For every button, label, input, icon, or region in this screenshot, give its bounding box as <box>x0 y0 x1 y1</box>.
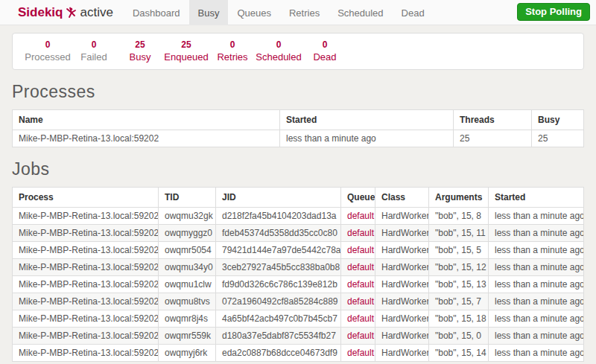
job-queue-cell: default <box>341 310 375 327</box>
nav-item: Retries <box>280 0 329 25</box>
stat-item[interactable]: 0 Processed <box>25 39 71 64</box>
stat-item[interactable]: 0 Failed <box>71 39 117 64</box>
job-tid-cell: owqmu1clw <box>159 275 216 293</box>
job-arguments-cell: "bob", 15, 5 <box>429 241 489 258</box>
col-header-queue: Queue <box>341 187 375 207</box>
job-jid-cell: eda2c0887b68dcce04673df9 <box>216 344 341 361</box>
job-row: Mike-P-MBP-Retina-13.local:59202 owqmr50… <box>13 241 584 258</box>
job-queue-cell: default <box>341 224 375 241</box>
job-row: Mike-P-MBP-Retina-13.local:59202 owqmyj6… <box>13 344 584 361</box>
col-header-threads: Threads <box>454 109 532 130</box>
job-tid-cell: owqmu34y0 <box>159 258 216 275</box>
job-row: Mike-P-MBP-Retina-13.local:59202 owqmu8t… <box>13 293 584 310</box>
processes-header-row: Name Started Threads Busy <box>13 109 584 130</box>
queue-link[interactable]: default <box>347 245 374 255</box>
job-tid-cell: owqmr8j4s <box>159 310 216 327</box>
stat-item[interactable]: 0 Retries <box>209 39 256 64</box>
nav-link[interactable]: Dashboard <box>124 0 189 25</box>
col-header-busy: Busy <box>532 109 584 130</box>
brand-name: Sidekiq <box>18 5 63 20</box>
job-started-cell: less than a minute ago <box>489 224 584 241</box>
processes-heading: Processes <box>12 82 584 102</box>
nav-item: Queues <box>228 0 280 25</box>
job-queue-cell: default <box>341 327 375 344</box>
job-class-cell: HardWorker <box>375 224 429 241</box>
nav-link[interactable]: Queues <box>228 0 280 25</box>
job-arguments-cell: "bob", 15, 14 <box>429 344 489 361</box>
queue-link[interactable]: default <box>347 279 374 290</box>
processes-table: Name Started Threads Busy Mike-P-MBP-Ret… <box>12 109 584 147</box>
nav-item: Dashboard <box>124 0 189 25</box>
stat-value: 25 <box>117 39 163 51</box>
col-header-arguments: Arguments <box>429 187 489 207</box>
brand-status: active <box>80 5 112 20</box>
stat-label: Scheduled <box>256 51 302 64</box>
nav-link[interactable]: Busy <box>189 0 229 25</box>
sidekiq-brand-link[interactable]: Sidekiq active <box>0 0 124 25</box>
job-started-cell: less than a minute ago <box>489 293 584 310</box>
job-started-cell: less than a minute ago <box>489 241 584 258</box>
process-busy-cell: 25 <box>532 130 584 147</box>
sidekiq-ninja-icon <box>65 7 77 19</box>
job-class-cell: HardWorker <box>375 241 429 258</box>
stat-value: 0 <box>256 39 302 51</box>
job-process-cell: Mike-P-MBP-Retina-13.local:59202 <box>13 344 159 361</box>
job-queue-cell: default <box>341 293 375 310</box>
stat-item[interactable]: 0 Scheduled <box>256 39 302 64</box>
job-arguments-cell: "bob", 15, 8 <box>429 207 489 224</box>
job-queue-cell: default <box>341 275 375 293</box>
nav-link[interactable]: Dead <box>393 0 434 25</box>
nav-item: Dead <box>393 0 434 25</box>
col-header-tid: TID <box>159 187 216 207</box>
job-class-cell: HardWorker <box>375 275 429 293</box>
stop-polling-button[interactable]: Stop Polling <box>517 3 590 21</box>
queue-link[interactable]: default <box>347 228 374 238</box>
job-tid-cell: owqmyj6rk <box>159 344 216 361</box>
job-jid-cell: 4a65bf42acb497c0b7b45cb7 <box>216 310 341 327</box>
stat-value: 0 <box>209 39 256 51</box>
stat-item[interactable]: 0 Dead <box>302 39 348 64</box>
job-process-cell: Mike-P-MBP-Retina-13.local:59202 <box>13 275 159 293</box>
job-class-cell: HardWorker <box>375 207 429 224</box>
stat-label: Processed <box>25 51 71 64</box>
col-header-job-started: Started <box>489 187 584 207</box>
queue-link[interactable]: default <box>347 211 374 221</box>
jobs-heading: Jobs <box>12 159 584 179</box>
queue-link[interactable]: default <box>347 331 374 341</box>
job-started-cell: less than a minute ago <box>489 258 584 275</box>
job-arguments-cell: "bob", 15, 12 <box>429 258 489 275</box>
job-queue-cell: default <box>341 241 375 258</box>
nav-link[interactable]: Retries <box>280 0 329 25</box>
stat-value: 0 <box>302 39 348 51</box>
queue-link[interactable]: default <box>347 296 374 307</box>
queue-link[interactable]: default <box>347 262 374 272</box>
process-name-cell: Mike-P-MBP-Retina-13.local:59202 <box>13 130 280 147</box>
col-header-started: Started <box>280 109 454 130</box>
job-class-cell: HardWorker <box>375 293 429 310</box>
job-process-cell: Mike-P-MBP-Retina-13.local:59202 <box>13 327 159 344</box>
job-tid-cell: owqmu32gk <box>159 207 216 224</box>
nav-link[interactable]: Scheduled <box>329 0 392 25</box>
nav-links: Dashboard Busy Queues Retries Scheduled … <box>124 0 434 25</box>
job-arguments-cell: "bob", 15, 11 <box>429 224 489 241</box>
queue-link[interactable]: default <box>347 348 374 358</box>
col-header-jid: JID <box>216 187 341 207</box>
job-jid-cell: 072a1960492cf8a85284c889 <box>216 293 341 310</box>
stat-item[interactable]: 25 Busy <box>117 39 163 64</box>
queue-link[interactable]: default <box>347 313 374 324</box>
job-jid-cell: 79421d144e7a97de5442c78a <box>216 241 341 258</box>
stat-label: Busy <box>117 51 163 64</box>
page-container: 0 Processed 0 Failed 25 Busy 25 Enqueued… <box>0 33 596 362</box>
jobs-header-row: Process TID JID Queue Class Arguments St… <box>13 187 584 207</box>
stat-value: 0 <box>25 39 71 51</box>
job-queue-cell: default <box>341 344 375 361</box>
col-header-class: Class <box>375 187 429 207</box>
job-process-cell: Mike-P-MBP-Retina-13.local:59202 <box>13 241 159 258</box>
stat-item[interactable]: 25 Enqueued <box>163 39 209 64</box>
job-class-cell: HardWorker <box>375 258 429 275</box>
job-started-cell: less than a minute ago <box>489 327 584 344</box>
job-arguments-cell: "bob", 15, 18 <box>429 310 489 327</box>
stat-label: Dead <box>302 51 348 64</box>
job-class-cell: HardWorker <box>375 327 429 344</box>
job-class-cell: HardWorker <box>375 344 429 361</box>
